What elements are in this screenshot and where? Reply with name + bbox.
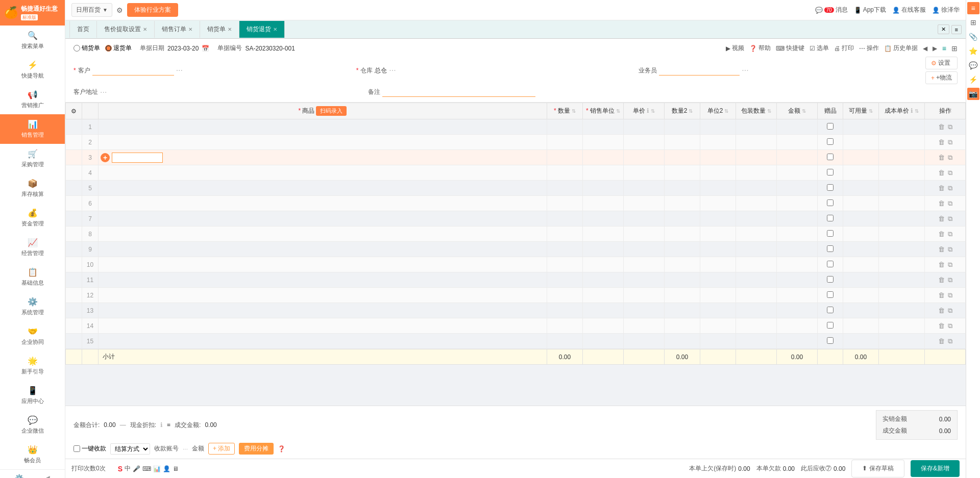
status-icon-user[interactable]: 👤: [163, 465, 170, 472]
row-qty2-cell[interactable]: [665, 257, 700, 272]
form-logistics-btn[interactable]: + +物流: [925, 71, 958, 84]
row-qty2-cell[interactable]: [665, 334, 700, 349]
help-btn[interactable]: ❓ 帮助: [749, 44, 771, 53]
product-input[interactable]: [112, 153, 163, 163]
row-delete-icon[interactable]: 🗑: [938, 199, 945, 208]
row-gift-cell[interactable]: [818, 196, 843, 211]
row-unit-cell[interactable]: [583, 150, 624, 165]
add-product-btn[interactable]: +: [101, 153, 110, 162]
row-unit2-cell[interactable]: [700, 165, 736, 181]
cost-split-btn[interactable]: 费用分摊: [239, 443, 274, 455]
row-unit2-cell[interactable]: [700, 334, 736, 349]
sidebar-item-enterprise[interactable]: 🤝 企业协同: [0, 321, 65, 351]
row-qty-cell[interactable]: [547, 135, 583, 150]
tab-sales-return-close[interactable]: ✕: [273, 27, 277, 32]
gift-checkbox[interactable]: [827, 276, 834, 283]
one-click-checkbox-input[interactable]: [74, 445, 80, 452]
row-unit-cell[interactable]: [583, 196, 624, 211]
gift-checkbox[interactable]: [827, 322, 834, 329]
row-unit2-cell[interactable]: [700, 272, 736, 288]
gift-checkbox[interactable]: [827, 307, 834, 313]
settle-method-select[interactable]: 结算方式: [110, 443, 150, 455]
row-delete-icon[interactable]: 🗑: [938, 261, 945, 269]
gift-checkbox[interactable]: [827, 184, 834, 191]
row-pkg-cell[interactable]: [736, 227, 777, 242]
settings-gear-icon[interactable]: ⚙: [116, 6, 123, 14]
row-qty-cell[interactable]: [547, 181, 583, 196]
row-qty-cell[interactable]: [547, 150, 583, 165]
row-copy-icon[interactable]: ⧉: [948, 215, 952, 223]
row-product-cell[interactable]: [99, 181, 547, 196]
row-unit-cell[interactable]: [583, 257, 624, 272]
row-qty2-cell[interactable]: [665, 288, 700, 303]
row-delete-icon[interactable]: 🗑: [938, 276, 945, 284]
row-copy-icon[interactable]: ⧉: [948, 184, 952, 192]
row-gift-cell[interactable]: [818, 181, 843, 196]
app-download-btn[interactable]: 📱 App下载: [854, 6, 886, 14]
row-delete-icon[interactable]: 🗑: [938, 169, 945, 177]
status-icon-screen[interactable]: 🖥: [173, 465, 179, 472]
row-product-cell[interactable]: [99, 272, 547, 288]
row-amount-cell[interactable]: [777, 318, 818, 334]
user-profile-btn[interactable]: 👤 徐泽华: [932, 6, 960, 14]
row-pkg-cell[interactable]: [736, 242, 777, 257]
row-qty-cell[interactable]: [547, 257, 583, 272]
row-unit2-cell[interactable]: [700, 303, 736, 318]
row-qty-cell[interactable]: [547, 196, 583, 211]
row-amount-cell[interactable]: [777, 135, 818, 150]
row-gift-cell[interactable]: [818, 318, 843, 334]
tab-sales-shipment-close[interactable]: ✕: [228, 27, 232, 32]
row-pkg-cell[interactable]: [736, 181, 777, 196]
status-icon-chart[interactable]: 📊: [153, 465, 161, 472]
row-qty2-cell[interactable]: [665, 135, 700, 150]
row-copy-icon[interactable]: ⧉: [948, 138, 952, 146]
row-unit-cell[interactable]: [583, 334, 624, 349]
operation-btn[interactable]: ⋯ 操作: [859, 44, 879, 53]
row-gift-cell[interactable]: [818, 150, 843, 165]
row-qty-cell[interactable]: [547, 318, 583, 334]
row-gift-cell[interactable]: [818, 257, 843, 272]
row-product-cell[interactable]: [99, 119, 547, 135]
row-copy-icon[interactable]: ⧉: [948, 261, 952, 269]
tab-close-all-btn[interactable]: ✕: [938, 24, 949, 34]
status-icon-keyboard[interactable]: ⌨: [142, 465, 151, 472]
row-qty-cell[interactable]: [547, 211, 583, 227]
right-panel-message[interactable]: 💬: [967, 59, 979, 71]
row-amount-cell[interactable]: [777, 272, 818, 288]
row-product-cell[interactable]: [99, 303, 547, 318]
avail-sort-icon[interactable]: ⇅: [869, 108, 873, 114]
row-qty2-cell[interactable]: [665, 150, 700, 165]
row-qty-cell[interactable]: [547, 288, 583, 303]
row-unit-cell[interactable]: [583, 303, 624, 318]
row-amount-cell[interactable]: [777, 303, 818, 318]
tab-sales-return[interactable]: 销货退货 ✕: [239, 21, 285, 38]
unit-sort-icon[interactable]: ⇅: [616, 108, 620, 114]
grid-view-icon[interactable]: ⊞: [951, 44, 958, 53]
sidebar-collapse-btn[interactable]: ◀: [44, 474, 50, 478]
gift-checkbox[interactable]: [827, 245, 834, 252]
video-btn[interactable]: ▶ 视频: [726, 44, 744, 53]
price-info-icon[interactable]: ℹ: [647, 107, 649, 114]
row-price-cell[interactable]: [624, 135, 665, 150]
sidebar-item-shortcut[interactable]: ⚡ 快捷导航: [0, 55, 65, 85]
row-unit2-cell[interactable]: [700, 242, 736, 257]
history-prev-btn[interactable]: ◀: [923, 45, 927, 52]
row-qty2-cell[interactable]: [665, 119, 700, 135]
table-scroll-container[interactable]: ⚙ * 商品 扫码录入 * 数量 ⇅: [65, 103, 966, 406]
tab-sales-order-close[interactable]: ✕: [188, 27, 192, 32]
sidebar-settings-btn[interactable]: ⚙️: [15, 474, 23, 478]
row-product-cell[interactable]: [99, 165, 547, 181]
row-copy-icon[interactable]: ⧉: [948, 199, 952, 208]
staff-input[interactable]: [659, 66, 740, 76]
radio-shipment[interactable]: 销货单: [74, 44, 100, 53]
gift-checkbox[interactable]: [827, 138, 834, 145]
row-gift-cell[interactable]: [818, 288, 843, 303]
row-price-cell[interactable]: [624, 119, 665, 135]
cost-sort-icon[interactable]: ⇅: [915, 108, 919, 114]
form-settings-btn[interactable]: ⚙ 设置: [925, 57, 958, 69]
row-price-cell[interactable]: [624, 196, 665, 211]
print-btn[interactable]: 🖨 打印: [834, 44, 854, 53]
row-qty2-cell[interactable]: [665, 272, 700, 288]
col-header-setting[interactable]: ⚙: [66, 103, 82, 119]
message-btn[interactable]: 💬 70 消息: [815, 6, 848, 14]
